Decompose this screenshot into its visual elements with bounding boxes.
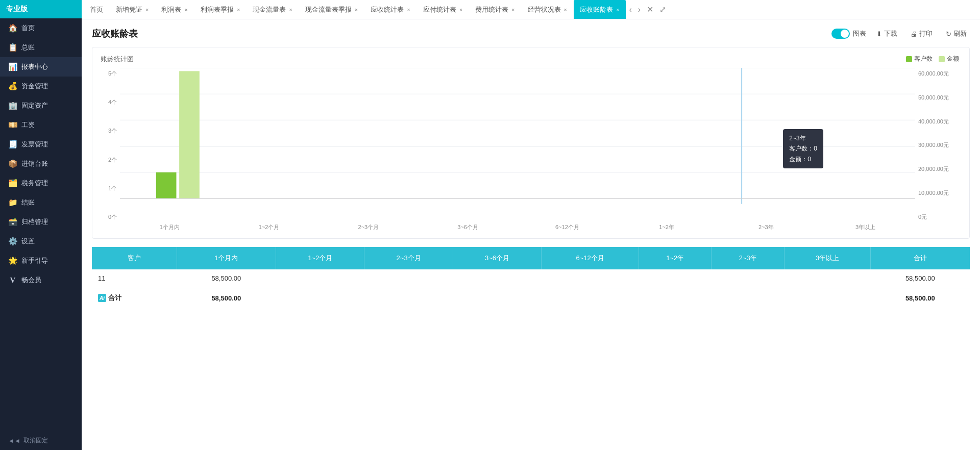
chart-legend: 客户数 金额 <box>906 55 959 63</box>
total-icon: Ai <box>98 294 106 302</box>
tab-label: 应付统计表 <box>423 5 456 14</box>
tab-cashflow[interactable]: 现金流量表 × <box>247 0 299 19</box>
chart-svg-area: 1个月内 1~2个月 2~3个月 3~6个月 6~12个月 1~2年 2~3年 … <box>120 68 915 231</box>
tab-close-ar-stat[interactable]: × <box>407 7 410 13</box>
tab-close-profit[interactable]: × <box>184 7 187 13</box>
footer-m36 <box>453 288 541 308</box>
footer-m1: 58,500.00 <box>177 288 276 308</box>
footer-label-text: 合计 <box>108 293 121 303</box>
download-button[interactable]: ⬇ 下载 <box>873 28 900 40</box>
tab-biz[interactable]: 经营状况表 × <box>522 0 574 19</box>
sidebar-item-report[interactable]: 📊 报表中心 <box>0 57 82 77</box>
sidebar-item-label: 发票管理 <box>21 140 48 149</box>
sidebar-item-label: 设置 <box>21 237 35 246</box>
tab-label: 现金流量表季报 <box>305 5 352 14</box>
unpin-button[interactable]: ◄◄ 取消固定 <box>0 431 82 450</box>
sidebar-item-label: 工资 <box>21 120 35 130</box>
footer-m612 <box>542 288 639 308</box>
legend-dot-amount <box>939 56 945 62</box>
sidebar-item-inventory[interactable]: 📦 进销台账 <box>0 154 82 173</box>
download-label: 下载 <box>884 29 897 38</box>
footer-y12 <box>639 288 712 308</box>
tab-close-voucher[interactable]: × <box>145 7 149 13</box>
tab-close-expense[interactable]: × <box>511 7 514 13</box>
tab-close-profit-q[interactable]: × <box>237 7 240 13</box>
sidebar-item-settings[interactable]: ⚙️ 设置 <box>0 232 82 251</box>
refresh-label: 刷新 <box>953 29 967 38</box>
tab-ar-stat[interactable]: 应收统计表 × <box>364 0 416 19</box>
tab-prev-button[interactable]: ‹ <box>626 0 634 19</box>
sidebar-item-guide[interactable]: 🌟 新手引导 <box>0 251 82 270</box>
col-y3plus: 3年以上 <box>785 247 871 269</box>
col-y12: 1~2年 <box>639 247 712 269</box>
footer-m12 <box>276 288 364 308</box>
print-button[interactable]: 🖨 打印 <box>908 28 936 40</box>
tab-label: 首页 <box>90 5 103 14</box>
chart-toggle[interactable] <box>831 29 850 39</box>
sidebar-item-fund[interactable]: 💰 资金管理 <box>0 77 82 96</box>
table-footer-row: Ai 合计 58,500.00 58,500.00 <box>92 288 970 308</box>
cell-m23 <box>364 269 453 288</box>
tab-close-all-button[interactable]: ✕ <box>644 0 656 19</box>
sidebar-item-archive[interactable]: 🗃️ 归档管理 <box>0 212 82 232</box>
aging-table: 客户 1个月内 1~2个月 2~3个月 3~6个月 6~12个月 1~2年 2~… <box>92 247 970 308</box>
tab-label: 现金流量表 <box>253 5 286 14</box>
sidebar-item-label: 结账 <box>21 198 35 207</box>
sidebar-item-salary[interactable]: 💴 工资 <box>0 115 82 135</box>
tab-label: 费用统计表 <box>475 5 508 14</box>
tab-expand-button[interactable]: ⤢ <box>656 0 669 19</box>
download-icon: ⬇ <box>876 30 882 38</box>
sidebar-item-label: 总账 <box>21 43 35 52</box>
refresh-icon: ↻ <box>946 30 951 38</box>
invoice-icon: 🧾 <box>8 140 17 149</box>
vip-icon: V <box>8 276 17 285</box>
tab-home[interactable]: 首页 <box>84 0 110 19</box>
salary-icon: 💴 <box>8 120 17 130</box>
sidebar-item-vip[interactable]: V 畅会员 <box>0 270 82 290</box>
cell-y3plus <box>785 269 871 288</box>
sidebar-item-ledger[interactable]: 📋 总账 <box>0 38 82 57</box>
cell-y23 <box>712 269 785 288</box>
tab-profit-q[interactable]: 利润表季报 × <box>194 0 247 19</box>
tab-next-button[interactable]: › <box>635 0 644 19</box>
tab-cashflow-q[interactable]: 现金流量表季报 × <box>299 0 364 19</box>
chart-title: 账龄统计图 <box>101 55 961 64</box>
legend-dot-customers <box>906 56 912 62</box>
tab-expense[interactable]: 费用统计表 × <box>469 0 521 19</box>
unpin-label: 取消固定 <box>23 436 48 445</box>
sidebar-item-tax[interactable]: 🗂️ 税务管理 <box>0 173 82 193</box>
tab-close-biz[interactable]: × <box>564 7 567 13</box>
sidebar-item-label: 归档管理 <box>21 217 48 227</box>
cell-m612 <box>542 269 639 288</box>
cell-m12 <box>276 269 364 288</box>
report-icon: 📊 <box>8 62 17 71</box>
sidebar-item-invoice[interactable]: 🧾 发票管理 <box>0 135 82 154</box>
cell-m1: 58,500.00 <box>177 269 276 288</box>
sidebar: 专业版 🏠 首页 📋 总账 📊 报表中心 💰 资金管理 🏢 固定资产 💴 工资 … <box>0 0 82 450</box>
tab-close-ap-stat[interactable]: × <box>459 7 462 13</box>
sidebar-item-home[interactable]: 🏠 首页 <box>0 18 82 38</box>
col-m1: 1个月内 <box>177 247 276 269</box>
tab-close-cashflow[interactable]: × <box>289 7 292 13</box>
chart-svg <box>120 68 915 231</box>
table-header-row: 客户 1个月内 1~2个月 2~3个月 3~6个月 6~12个月 1~2年 2~… <box>92 247 970 269</box>
tab-ar-aging[interactable]: 应收账龄表 × <box>574 0 626 19</box>
tab-close-ar-aging[interactable]: × <box>616 7 619 13</box>
tab-profit[interactable]: 利润表 × <box>155 0 194 19</box>
tab-close-cashflow-q[interactable]: × <box>355 7 358 13</box>
legend-customers: 客户数 <box>906 55 933 63</box>
asset-icon: 🏢 <box>8 101 17 110</box>
sidebar-item-asset[interactable]: 🏢 固定资产 <box>0 96 82 115</box>
tax-icon: 🗂️ <box>8 179 17 188</box>
refresh-button[interactable]: ↻ 刷新 <box>943 28 970 40</box>
tab-voucher[interactable]: 新增凭证 × <box>110 0 155 19</box>
fund-icon: 💰 <box>8 82 17 91</box>
unpin-icon: ◄◄ <box>8 437 20 444</box>
x-axis-labels: 1个月内 1~2个月 2~3个月 3~6个月 6~12个月 1~2年 2~3年 … <box>120 223 915 231</box>
y-axis-left: 5个 4个 3个 2个 1个 0个 <box>101 68 120 231</box>
bar-amount-m1 <box>179 71 200 198</box>
home-icon: 🏠 <box>8 23 17 33</box>
sidebar-item-settle[interactable]: 📁 结账 <box>0 193 82 212</box>
tab-ap-stat[interactable]: 应付统计表 × <box>417 0 469 19</box>
footer-y23 <box>712 288 785 308</box>
